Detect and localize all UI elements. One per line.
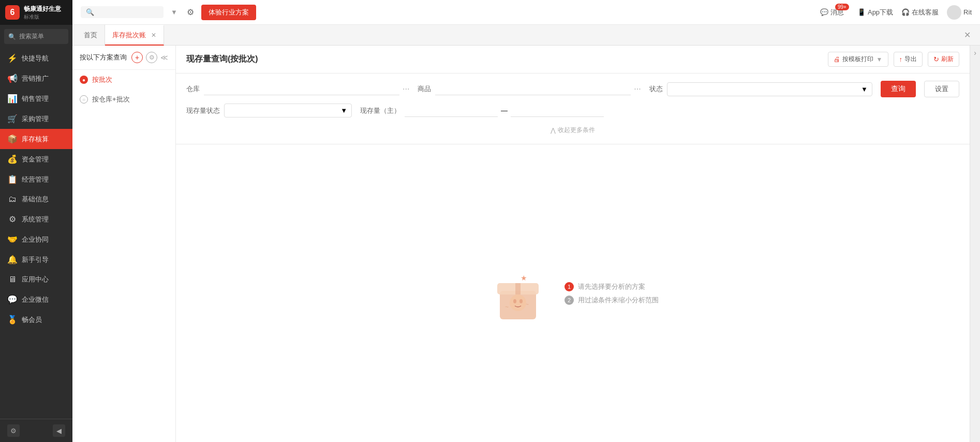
sidebar-item-member[interactable]: 🏅 畅会员 <box>0 310 72 330</box>
status-arrow-icon: ▼ <box>861 85 868 93</box>
export-button[interactable]: ↑ 导出 <box>894 52 923 67</box>
message-badge: 99+ <box>835 4 849 10</box>
online-service-button[interactable]: 🎧 在线客服 <box>901 8 939 17</box>
nav-icon-appstore: 🖥 <box>7 275 18 284</box>
nav-label-operation: 经营管理 <box>22 175 49 184</box>
sidebar-search[interactable]: 🔍 搜索菜单 <box>4 29 68 44</box>
sidebar-collapse-button[interactable]: ◀ <box>53 424 65 437</box>
sidebar-item-wechat[interactable]: 💬 企业微信 <box>0 289 72 310</box>
filter-row-1: 仓库 ··· 商品 ··· 状态 ▼ <box>186 81 959 97</box>
filter-active-dot: ● <box>80 76 88 84</box>
user-name: Rit <box>963 8 972 16</box>
company-name: 畅康通好生意 <box>24 5 61 13</box>
filter-item-by-warehouse-batch-label: 按仓库+批次 <box>92 95 130 104</box>
topbar-dropdown-icon[interactable]: ▼ <box>169 6 180 18</box>
filter-add-button[interactable]: + <box>131 52 143 63</box>
page-title: 现存量查询(按批次) <box>186 54 258 65</box>
filter-item-by-batch[interactable]: ● 按批次 <box>72 70 175 90</box>
topbar-gear-icon[interactable]: ⚙ <box>185 5 196 19</box>
refresh-icon: ↻ <box>933 55 939 63</box>
refresh-button[interactable]: ↻ 刷新 <box>928 52 959 67</box>
sidebar-item-guide[interactable]: 🔔 新手引导 <box>0 249 72 270</box>
warehouse-dots[interactable]: ··· <box>403 84 409 94</box>
filter-item-by-batch-label: 按批次 <box>92 75 112 84</box>
empty-illustration: ★ ~ ~ <box>487 262 549 325</box>
sidebar-item-system[interactable]: ⚙ 系统管理 <box>0 209 72 229</box>
topbar-search-box[interactable]: 🔍 <box>81 6 164 18</box>
right-panel-close-button[interactable]: › <box>971 46 979 60</box>
status-select[interactable]: ▼ <box>667 82 872 96</box>
nav-icon-marketing: 📢 <box>7 73 18 83</box>
empty-hint-1-num: 1 <box>565 282 574 291</box>
sidebar-item-operation[interactable]: 📋 经营管理 <box>0 169 72 189</box>
app-download-button[interactable]: 📱 App下载 <box>857 8 893 17</box>
nav-label-purchase: 采购管理 <box>22 114 49 124</box>
filter-item-by-warehouse-batch[interactable]: ○ 按仓库+批次 <box>72 90 175 109</box>
empty-hint-texts: 1 请先选择要分析的方案 2 用过滤条件来缩小分析范围 <box>565 282 659 305</box>
sidebar-item-inventory[interactable]: 📦 库存核算 <box>0 129 72 149</box>
main-content: 现存量查询(按批次) 🖨 按模板打印 ▼ ↑ 导出 ↻ 刷新 <box>176 46 970 442</box>
user-profile[interactable]: Rit <box>947 5 972 20</box>
nav-label-sales: 销售管理 <box>22 94 49 104</box>
tab-batch-account[interactable]: 库存批次账 ✕ <box>105 25 164 46</box>
svg-rect-2 <box>515 283 521 294</box>
warehouse-field: 仓库 ··· <box>186 83 409 95</box>
sidebar-item-sales[interactable]: 📊 销售管理 <box>0 89 72 109</box>
tab-close-right-button[interactable]: ✕ <box>959 30 976 40</box>
print-dropdown-icon[interactable]: ▼ <box>877 56 883 63</box>
filter-inactive-dot: ○ <box>80 95 88 104</box>
stock-qty-min-input[interactable] <box>405 105 498 117</box>
topbar-search-input[interactable] <box>97 9 149 16</box>
stock-qty-field: 现存量（主） — <box>360 105 526 117</box>
sidebar-item-quick-nav[interactable]: ⚡ 快捷导航 <box>0 48 72 68</box>
nav-icon-system: ⚙ <box>7 214 18 224</box>
svg-point-7 <box>513 299 516 303</box>
tab-home[interactable]: 首页 <box>77 25 105 46</box>
empty-hint-2: 2 用过滤条件来缩小分析范围 <box>565 296 659 305</box>
status-label: 状态 <box>649 84 663 94</box>
export-label: 导出 <box>904 55 917 64</box>
goods-dots[interactable]: ··· <box>634 84 641 94</box>
app-logo: 6 <box>5 5 20 20</box>
nav-label-basic: 基础信息 <box>22 195 49 204</box>
tab-batch-account-label: 库存批次账 <box>112 31 146 40</box>
sidebar-search-label: 搜索菜单 <box>19 32 44 41</box>
warehouse-input[interactable] <box>204 83 399 95</box>
export-icon: ↑ <box>899 55 903 63</box>
nav-label-guide: 新手引导 <box>22 255 49 264</box>
goods-input[interactable] <box>435 83 631 95</box>
tab-home-label: 首页 <box>84 31 97 40</box>
sidebar-item-enterprise[interactable]: 🤝 企业协同 <box>0 229 72 249</box>
query-button[interactable]: 查询 <box>881 81 916 97</box>
headset-icon: 🎧 <box>901 8 910 16</box>
collapse-more-button[interactable]: ⋀ 收起更多条件 <box>548 124 597 137</box>
online-service-label: 在线客服 <box>912 8 939 17</box>
filter-header: 按以下方案查询 + ⚙ ≪ <box>72 46 175 70</box>
nav-label-marketing: 营销推广 <box>22 74 49 83</box>
nav-label-member: 畅会员 <box>22 315 42 325</box>
tabbar: 首页 库存批次账 ✕ ✕ <box>72 25 980 46</box>
sidebar-item-finance[interactable]: 💰 资金管理 <box>0 149 72 169</box>
topbar-search-icon: 🔍 <box>86 8 94 16</box>
sidebar: 6 畅康通好生意 标准版 🔍 搜索菜单 ⚡ 快捷导航 📢 营销推广 📊 销售管理… <box>0 0 72 442</box>
filter-setting-button[interactable]: ⚙ <box>146 52 157 63</box>
experience-button[interactable]: 体验行业方案 <box>201 5 256 20</box>
filter-header-label: 按以下方案查询 <box>80 53 127 62</box>
message-icon: 💬 <box>820 8 828 16</box>
collapse-label: 收起更多条件 <box>558 126 595 135</box>
sidebar-item-basic[interactable]: 🗂 基础信息 <box>0 189 72 209</box>
stock-qty-max-input[interactable] <box>511 105 604 117</box>
refresh-label: 刷新 <box>941 55 954 64</box>
topbar: 🔍 ▼ ⚙ 体验行业方案 💬 消息 99+ 📱 App下载 🎧 在线客服 Rit <box>72 0 980 25</box>
sidebar-settings-button[interactable]: ⚙ <box>7 424 20 437</box>
tab-close-icon[interactable]: ✕ <box>151 32 156 39</box>
settings-button[interactable]: 设置 <box>924 81 959 97</box>
sidebar-item-marketing[interactable]: 📢 营销推广 <box>0 68 72 89</box>
stock-status-select[interactable]: ▼ <box>224 104 352 117</box>
message-button[interactable]: 💬 消息 99+ <box>820 8 844 17</box>
filter-collapse-icon[interactable]: ≪ <box>160 53 168 62</box>
print-button[interactable]: 🖨 按模板打印 ▼ <box>828 52 888 67</box>
svg-text:~: ~ <box>505 303 509 311</box>
sidebar-item-appstore[interactable]: 🖥 应用中心 <box>0 270 72 289</box>
sidebar-item-purchase[interactable]: 🛒 采购管理 <box>0 109 72 129</box>
